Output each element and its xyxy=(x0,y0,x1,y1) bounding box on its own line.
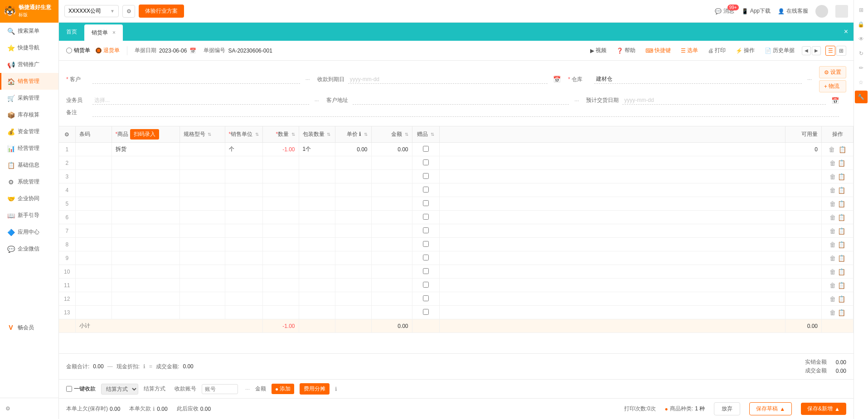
prev-arrow[interactable]: ◀ xyxy=(802,46,811,55)
row-qty[interactable] xyxy=(262,183,299,197)
row-pkg[interactable] xyxy=(299,265,335,279)
add-payment-btn[interactable]: ● 添加 xyxy=(272,384,294,394)
row-qty[interactable] xyxy=(262,170,299,183)
sidebar-item-apps[interactable]: 🔷 应用中心 xyxy=(0,224,58,241)
row-spec[interactable] xyxy=(179,265,225,279)
panel-eye-btn[interactable]: 👁 xyxy=(855,33,868,45)
row-spec[interactable] xyxy=(179,143,225,156)
row-pkg[interactable] xyxy=(299,211,335,224)
copy-row-btn[interactable]: 📋 xyxy=(838,187,845,194)
row-product[interactable] xyxy=(112,279,179,292)
row-spec[interactable] xyxy=(179,238,225,251)
copy-row-btn[interactable]: 📋 xyxy=(838,200,845,207)
row-unit[interactable] xyxy=(225,183,262,197)
row-spec[interactable] xyxy=(179,156,225,170)
row-spec[interactable] xyxy=(179,170,225,183)
row-amount[interactable] xyxy=(371,197,412,211)
row-qty[interactable] xyxy=(262,211,299,224)
row-gift[interactable] xyxy=(412,156,439,170)
row-note[interactable] xyxy=(439,156,785,170)
row-unit[interactable] xyxy=(225,251,262,265)
row-amount[interactable] xyxy=(371,170,412,183)
row-note[interactable] xyxy=(439,197,785,211)
remark-input[interactable] xyxy=(92,108,839,117)
row-gift-checkbox[interactable] xyxy=(423,282,429,288)
sidebar-item-sales[interactable]: 🏠 销售管理 xyxy=(0,73,58,90)
row-pkg[interactable] xyxy=(299,306,335,319)
row-product[interactable] xyxy=(112,211,179,224)
warehouse-more-icon[interactable]: ··· xyxy=(807,76,812,82)
next-arrow[interactable]: ▶ xyxy=(812,46,821,55)
row-amount[interactable] xyxy=(371,156,412,170)
row-barcode[interactable] xyxy=(75,183,112,197)
warehouse-input[interactable] xyxy=(594,75,802,84)
row-price[interactable] xyxy=(335,211,371,224)
row-product[interactable] xyxy=(112,251,179,265)
row-unit[interactable]: 个 xyxy=(225,143,262,156)
tab-home[interactable]: 首页 xyxy=(59,23,84,41)
one-click-payment-check[interactable]: 一键收款 xyxy=(66,385,96,393)
row-gift-checkbox[interactable] xyxy=(423,268,429,274)
panel-tool-btn[interactable]: 🔧 xyxy=(855,91,868,103)
due-date-cal-icon[interactable]: 📅 xyxy=(553,76,561,83)
row-product[interactable] xyxy=(112,224,179,238)
delete-row-btn[interactable]: 🗑 xyxy=(829,282,836,289)
delete-row-btn[interactable]: 🗑 xyxy=(829,159,836,167)
row-amount[interactable]: 0.00 xyxy=(371,143,412,156)
row-gift[interactable] xyxy=(412,211,439,224)
grid-view-btn[interactable]: ⊞ xyxy=(836,46,846,56)
sidebar-item-member[interactable]: V 畅会员 xyxy=(0,319,58,336)
delete-row-btn[interactable]: 🗑 xyxy=(829,295,836,303)
row-gift[interactable] xyxy=(412,197,439,211)
row-gift[interactable] xyxy=(412,238,439,251)
row-qty[interactable] xyxy=(262,224,299,238)
row-unit[interactable] xyxy=(225,224,262,238)
row-barcode[interactable] xyxy=(75,238,112,251)
row-price[interactable] xyxy=(335,306,371,319)
row-pkg[interactable] xyxy=(299,156,335,170)
copy-row-btn[interactable]: 📋 xyxy=(838,159,845,167)
history-btn[interactable]: 📄 历史单据 xyxy=(762,45,797,56)
trial-button[interactable]: 体验行业方案 xyxy=(139,5,184,18)
date-cal-icon[interactable]: 📅 xyxy=(189,48,196,54)
row-product[interactable] xyxy=(112,238,179,251)
company-selector[interactable]: XXXXXX公司 ▼ xyxy=(64,5,119,17)
shortcut-btn[interactable]: ⌨ 快捷键 xyxy=(643,45,674,56)
row-gift[interactable] xyxy=(412,143,439,156)
row-qty[interactable] xyxy=(262,156,299,170)
delete-row-btn[interactable]: 🗑 xyxy=(829,214,836,221)
row-note[interactable] xyxy=(439,306,785,319)
row-pkg[interactable] xyxy=(299,197,335,211)
expected-date-input[interactable] xyxy=(622,96,826,105)
row-price[interactable] xyxy=(335,224,371,238)
print-btn[interactable]: 🖨 打印 xyxy=(705,45,728,56)
row-gift-checkbox[interactable] xyxy=(423,200,429,206)
customer-addr-input[interactable] xyxy=(353,96,569,105)
row-unit[interactable] xyxy=(225,238,262,251)
row-pkg[interactable] xyxy=(299,183,335,197)
row-barcode[interactable] xyxy=(75,143,112,156)
radio-sale-input[interactable] xyxy=(66,48,72,53)
radio-return[interactable]: 退货单 xyxy=(96,47,120,54)
expected-date-cal-icon[interactable]: 📅 xyxy=(831,97,839,104)
row-product[interactable] xyxy=(112,265,179,279)
row-qty[interactable] xyxy=(262,238,299,251)
row-spec[interactable] xyxy=(179,224,225,238)
row-gift-checkbox[interactable] xyxy=(423,255,429,260)
payment-method-select[interactable]: 结算方式 xyxy=(101,384,138,395)
salesperson-input[interactable] xyxy=(92,96,309,105)
row-price[interactable] xyxy=(335,170,371,183)
row-gift-checkbox[interactable] xyxy=(423,214,429,220)
customer-addr-more-icon[interactable]: ··· xyxy=(574,97,579,104)
row-gift-checkbox[interactable] xyxy=(423,241,429,247)
sidebar-item-operations[interactable]: 📊 经营管理 xyxy=(0,140,58,157)
one-click-checkbox[interactable] xyxy=(66,386,72,392)
row-unit[interactable] xyxy=(225,170,262,183)
panel-expand-btn[interactable]: ⊞ xyxy=(855,4,868,16)
row-amount[interactable] xyxy=(371,211,412,224)
row-barcode[interactable] xyxy=(75,292,112,306)
row-price[interactable] xyxy=(335,279,371,292)
row-pkg[interactable] xyxy=(299,251,335,265)
row-note[interactable] xyxy=(439,279,785,292)
sidebar-item-inventory[interactable]: 📦 库存核算 xyxy=(0,106,58,123)
